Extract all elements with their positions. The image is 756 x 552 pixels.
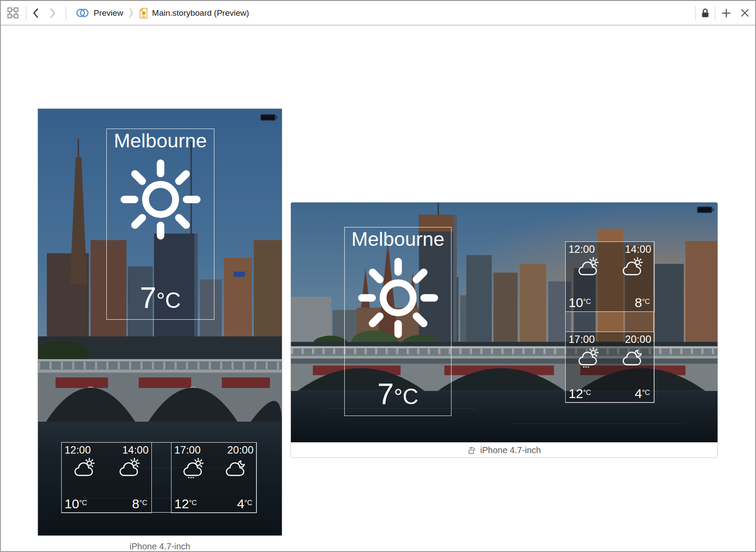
forecast-tile: 20:00 4°C [214, 443, 256, 513]
venn-circles-icon [76, 7, 89, 19]
close-icon [741, 9, 749, 17]
city-label: Melbourne [114, 129, 207, 152]
forecast-temp: 10°C [65, 497, 104, 511]
forecast-time: 14:00 [109, 444, 149, 457]
sun-icon [354, 254, 442, 342]
forecast-time: 20:00 [613, 333, 651, 346]
forecast-time: 20:00 [217, 444, 254, 457]
sun-cloud-icon [71, 458, 97, 478]
xcode-preview-window: Preview Main.storyboard (Preview) [0, 0, 756, 552]
forecast-tile: 14:00 8°C [610, 242, 654, 311]
forecast-group: 12:00 10°C 14:00 8°C [61, 442, 152, 513]
related-items-button[interactable] [7, 7, 19, 19]
breadcrumb-document-label[interactable]: Main.storyboard (Preview) [152, 8, 249, 18]
sun-cloud-icon [575, 257, 601, 277]
forecast-group: 17:00 12°C 20:00 4°C [565, 332, 654, 403]
forecast-temp: 4°C [217, 497, 254, 511]
sun-icon [117, 156, 204, 243]
forecast-temp: 4°C [613, 387, 651, 401]
storyboard-file-icon [139, 7, 148, 19]
city-label: Melbourne [351, 228, 444, 251]
forecast-tile: 17:00 12°C [566, 332, 610, 402]
current-temp: 7°C [378, 379, 419, 409]
forecast-temp: 12°C [175, 497, 211, 511]
sun-cloud-icon [116, 458, 142, 478]
breadcrumb-separator-icon [129, 7, 133, 19]
forecast-tile: 12:00 10°C [62, 443, 107, 513]
forecast-time: 14:00 [613, 243, 651, 256]
forecast-temp: 8°C [613, 296, 651, 310]
close-editor-button[interactable] [741, 9, 749, 17]
toolbar-separator [66, 6, 66, 21]
preview-assistant-button[interactable] [76, 7, 89, 19]
chevron-right-icon [50, 8, 56, 18]
plus-icon [721, 8, 731, 18]
forecast-tile: 20:00 4°C [610, 332, 654, 402]
preview-portrait: Melbourne 7°C 12:00 10°C [38, 108, 282, 552]
forecast-tile: 14:00 8°C [106, 443, 151, 513]
forecast-time: 12:00 [65, 444, 104, 457]
device-screen-landscape: Melbourne 7°C 12:00 10°C [291, 203, 718, 442]
rotate-device-icon[interactable] [468, 446, 477, 455]
forecast-time: 17:00 [175, 444, 211, 457]
battery-icon [260, 114, 276, 121]
current-temp-unit: °C [394, 384, 418, 409]
current-temp-value: 7 [378, 377, 394, 410]
preview-canvas: Melbourne 7°C 12:00 10°C [1, 25, 755, 552]
lock-button[interactable] [701, 7, 710, 19]
moon-cloud-icon [619, 347, 645, 367]
device-caption-bar: iPhone 4.7-inch [291, 442, 718, 458]
rain-sun-cloud-icon [575, 347, 601, 367]
current-temp-value: 7 [140, 281, 157, 314]
preview-landscape: Melbourne 7°C 12:00 10°C [290, 202, 718, 458]
chevron-left-icon [32, 8, 38, 18]
forecast-temp: 10°C [569, 296, 607, 310]
toolbar-separator [26, 6, 26, 21]
back-button[interactable] [32, 8, 38, 18]
lock-icon [701, 7, 710, 19]
forecast-tile: 12:00 10°C [566, 242, 610, 311]
forecast-panel: 12:00 10°C 14:00 8°C 17:00 [565, 241, 654, 402]
forecast-tile: 17:00 12°C [172, 443, 214, 513]
device-caption: iPhone 4.7-inch [38, 542, 282, 552]
forward-button[interactable] [50, 8, 56, 18]
rain-sun-cloud-icon [180, 458, 206, 478]
forecast-time: 12:00 [569, 243, 607, 256]
current-temp: 7°C [140, 283, 181, 312]
forecast-temp: 8°C [109, 497, 149, 511]
current-weather-box: Melbourne 7°C [106, 129, 214, 320]
breadcrumb-preview-label[interactable]: Preview [94, 8, 123, 18]
moon-cloud-icon [222, 458, 248, 478]
forecast-group: 17:00 12°C 20:00 4°C [171, 442, 257, 513]
add-preview-button[interactable] [721, 8, 731, 18]
toolbar-separator [695, 6, 696, 21]
device-screen-portrait: Melbourne 7°C 12:00 10°C [38, 108, 282, 536]
battery-icon [697, 206, 712, 213]
forecast-panel: 12:00 10°C 14:00 8°C 17:00 [61, 442, 256, 513]
toolbar-separator [715, 6, 715, 21]
forecast-group: 12:00 10°C 14:00 8°C [565, 241, 654, 312]
forecast-temp: 12°C [569, 387, 607, 401]
forecast-time: 17:00 [569, 333, 607, 346]
editor-toolbar: Preview Main.storyboard (Preview) [1, 1, 755, 25]
related-items-grid-icon [7, 7, 19, 19]
current-temp-unit: °C [156, 288, 181, 313]
current-weather-box: Melbourne 7°C [344, 227, 452, 416]
device-caption: iPhone 4.7-inch [480, 445, 541, 455]
sun-cloud-icon [619, 257, 645, 277]
